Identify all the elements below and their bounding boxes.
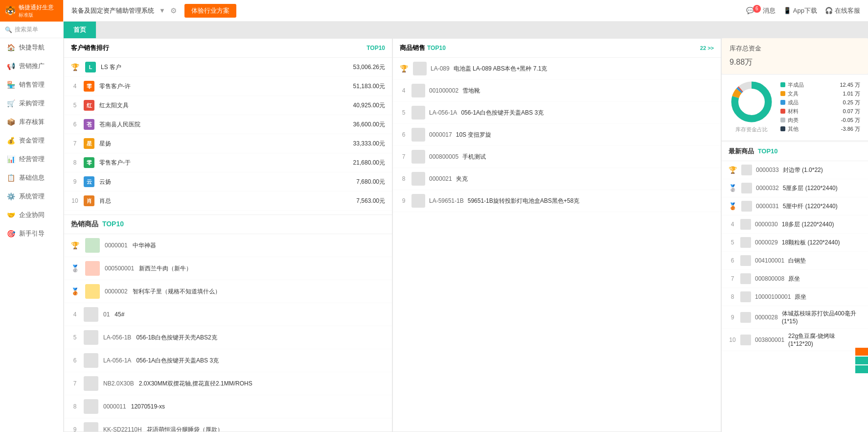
customer-amount: 51,183.00元 [353,82,385,91]
rank-number: 9 [729,314,736,321]
product-code: 001000002 [429,87,458,94]
np-code: 0000028 [755,314,778,321]
np-name: 原坐 [788,275,861,283]
sidebar-item-marketing[interactable]: 📢 营销推广 [0,57,63,75]
product-image [411,128,425,142]
product-image [85,261,100,276]
rank-number: 9 [71,178,79,185]
table-row: 8 零 零售客户-于 21,680.00元 [64,153,392,172]
table-row: 4 零 零售客户-许 51,183.00元 [64,77,392,96]
legend-dot [780,82,785,87]
rank-number: 4 [71,311,79,318]
new-product-row: 🏆 0000033 封边带 (1.0*22) [722,161,868,179]
rank-badge: 红 [84,100,94,111]
legend-dot [780,126,785,131]
product-row: 5 LA-056-1A 056-1A白色按键开关盖ABS 3克 [393,102,721,124]
np-code: 0000032 [756,185,779,192]
hot-product-row: 🥈 000500001 新西兰牛肉（新牛） [64,257,392,280]
product-image [411,150,425,164]
trophy-icon: 🥈 [71,264,79,272]
float-btn-service[interactable]: 客服热线 [855,348,868,356]
new-products-top10: TOP10 [758,147,778,155]
new-product-row: 4 0000030 18多层 (1220*2440) [722,216,868,234]
guide-icon: 🎯 [7,230,15,238]
sidebar-item-guide[interactable]: 🎯 新手引导 [0,224,63,243]
app-download-btn[interactable]: 📱 App下载 [783,6,817,15]
rank-badge: 零 [84,81,94,92]
sidebar-item-operations[interactable]: 📊 经营管理 [0,150,63,168]
np-image [741,201,752,212]
customer-name: 星扬 [99,140,348,148]
sidebar-item-system[interactable]: ⚙️ 系统管理 [0,187,63,206]
customer-name: 红太阳文具 [99,101,348,110]
finance-icon: 💰 [7,137,15,144]
message-btn[interactable]: 💬 6 消息 [746,6,776,15]
main: 装备及固定资产辅助管理系统 ▼ ⚙ 体验行业方案 💬 6 消息 📱 App下载 … [64,0,868,432]
sidebar-item-finance[interactable]: 💰 资金管理 [0,131,63,150]
float-btn-live[interactable]: 直播 [855,365,868,373]
search-menu[interactable]: 🔍 搜索菜单 [0,22,63,38]
np-code: 0000030 [755,221,778,228]
product-code: LA-056-1A [429,109,457,116]
sidebar-item-collab[interactable]: 🤝 企业协同 [0,206,63,224]
float-btn-community[interactable]: 服务社区 [855,357,868,364]
customer-name: 肖总 [99,197,351,205]
floating-buttons: 客服热线 服务社区 直播 [855,348,868,373]
product-name: 056-1B白色按键开关壳ABS2克 [136,334,385,342]
sidebar-label: 经营管理 [19,155,45,164]
rank-number: 5 [400,109,408,116]
sidebar-label: 销售管理 [19,80,45,89]
product-image [84,376,98,391]
rank-number: 5 [71,334,79,341]
table-row: 5 红 红太阳文具 40,925.00元 [64,96,392,115]
sidebar-item-inventory[interactable]: 📦 库存核算 [0,113,63,131]
tab-home[interactable]: 首页 [64,22,96,38]
dropdown-icon[interactable]: ▼ [159,7,165,14]
view-more-link[interactable]: 22 >> [700,45,714,51]
rank-badge: L [85,62,96,72]
home-icon: 🏠 [7,44,15,51]
rank-badge: 肖 [84,195,94,206]
sidebar-item-quick-nav[interactable]: 🏠 快捷导航 [0,38,63,57]
hot-products-header: 热销商品 TOP10 [64,215,392,234]
np-code: 10000100001 [755,293,791,300]
tabbar: 首页 [64,22,868,38]
customer-top10-badge: TOP10 [366,45,385,51]
sidebar-label: 营销推广 [19,62,45,71]
customer-name: 零售客户-于 [99,159,348,167]
inventory-chart: 库存资金占比 半成品 12.45 万 文具 1.01 万 [722,75,868,140]
product-row: 9 LA-59651-1B 59651-1B旋转投影灯电池盒ABS黑色+58克 [393,190,721,212]
product-code: 0000011 [103,403,126,410]
hot-product-row: 🥉 0000002 智利车子里（规格不知道填什么） [64,280,392,303]
customer-amount: 40,925.00元 [353,101,385,110]
product-name: 59651-1B旋转投影灯电池盒ABS黑色+58克 [468,197,714,205]
new-products-header: 最新商品 TOP10 [722,142,868,161]
product-ranking-panel: 商品销售 TOP10 22 >> 🏆 LA-089 电池盖 LA-089 ABS… [392,38,721,432]
np-name: 18颗粒板 (1220*2440) [782,239,861,247]
table-row: 7 星 星扬 33,333.00元 [64,134,392,153]
product-name: 电池盖 LA-089 ABS本色+黑种 7.1克 [454,65,714,73]
rank-number: 7 [71,380,79,387]
np-code: 000800008 [755,275,784,282]
np-image [740,291,751,302]
trial-button[interactable]: 体验行业方案 [184,4,236,18]
rank-number: 9 [400,197,408,204]
sidebar-item-purchase[interactable]: 🛒 采购管理 [0,94,63,113]
trophy-icon: 🏆 [71,63,79,71]
sidebar-item-basics[interactable]: 📋 基础信息 [0,168,63,187]
online-service-btn[interactable]: 🎧 在线客服 [825,6,860,15]
new-product-row: 🥉 0000031 5厘中纤 (1220*2440) [722,197,868,216]
np-name: 18多层 (1220*2440) [782,220,861,229]
customer-amount: 53,006.26元 [353,63,385,72]
product-name: 手机测试 [462,153,714,161]
settings-icon[interactable]: ⚙ [170,6,177,15]
customer-name: 苍南县人民医院 [99,120,348,129]
sidebar-item-sales[interactable]: 🏪 销售管理 [0,75,63,94]
np-name: 白钢垫 [788,257,861,265]
np-image [740,237,751,248]
product-code: LA-59651-1B [429,197,464,204]
hot-product-row: 9 KK-SD22110H 花语萌恒温分腿睡袋（厚款） [64,418,392,432]
hot-product-row: 4 01 45# [64,303,392,326]
np-image [740,335,751,345]
sidebar-label: 基础信息 [19,173,45,182]
